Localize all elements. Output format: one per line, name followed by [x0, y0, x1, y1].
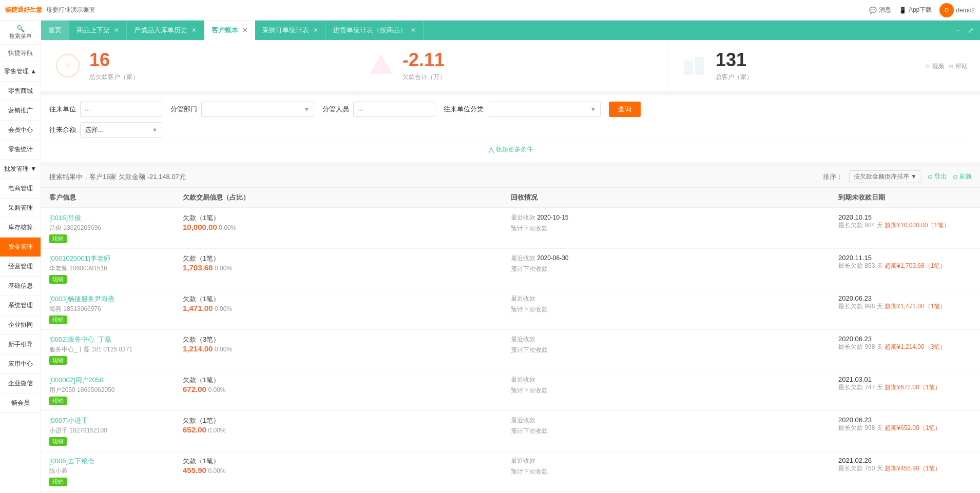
refresh-label: 刷新 — [959, 172, 972, 181]
customer-tag-1: 现销 — [49, 234, 67, 243]
tab-inventory-history-close[interactable]: ✕ — [191, 27, 197, 34]
export-button[interactable]: ⊙ 导出 — [928, 172, 947, 181]
marketing-label: 营销推广 — [8, 107, 33, 114]
dept-select[interactable]: ▼ — [201, 102, 314, 117]
sort-select[interactable]: 按欠款金额倒序排序 ▼ — [849, 170, 921, 183]
basic-info-label: 基础信息 — [8, 282, 33, 289]
filter-row-2: 往来余额 选择... ▼ — [49, 122, 972, 137]
customer-col-5: [000002]用户2050 用户2050 18665062050 现销 — [49, 376, 183, 405]
tab-purchase-order[interactable]: 采购订单统计表 ✕ — [255, 21, 326, 40]
source-unit-dots: ··· — [85, 106, 90, 113]
sidebar-item-purchase[interactable]: 采购管理 — [0, 199, 41, 218]
customer-name-5[interactable]: [000002]用户2050 — [49, 376, 183, 385]
return-col-1: 最近收款 2020-10-15 预计下次收款 — [511, 213, 839, 233]
tab-product-listing[interactable]: 商品上下架 ✕ — [69, 21, 127, 40]
sidebar-item-retail-shop[interactable]: 零售商城 — [0, 82, 41, 101]
customer-tag-5: 现销 — [49, 397, 67, 405]
sidebar-quick-nav-item[interactable]: 快捷导航 — [0, 45, 41, 62]
tab-purchase-order-close[interactable]: ✕ — [313, 27, 318, 34]
debt-col-6: 欠款（1笔） 652.00 0.00% — [183, 416, 511, 434]
tab-minimize-button[interactable]: － — [952, 25, 964, 36]
tab-purchase-stat[interactable]: 进货单统计表（按商品） ✕ — [326, 21, 424, 40]
sidebar-item-vip-member[interactable]: 畅会员 — [0, 393, 41, 413]
return-date-2: 2020-06-30 — [537, 254, 568, 262]
sidebar-item-marketing[interactable]: 营销推广 — [0, 101, 41, 121]
customer-name-3[interactable]: [0003]畅捷服务尹海燕 — [49, 294, 183, 304]
sidebar-item-retail-mgmt[interactable]: 零售管理 ▲ — [0, 62, 41, 82]
overdue-amount-6[interactable]: 超期¥652.00（1笔） — [885, 424, 941, 431]
person-dots: ··· — [358, 106, 363, 113]
app-download-button[interactable]: 📱 App下载 — [899, 6, 932, 14]
tab-product-listing-close[interactable]: ✕ — [114, 27, 119, 34]
sort-label: 排序： — [823, 172, 843, 182]
sidebar-item-inventory[interactable]: 库存核算 — [0, 218, 41, 238]
sidebar-item-finance[interactable]: 资金管理 — [0, 238, 41, 257]
sidebar-item-ecommerce[interactable]: 电商管理 — [0, 179, 41, 199]
sidebar-item-newbie[interactable]: 新手引导 — [0, 335, 41, 354]
balance-placeholder: 选择... — [85, 125, 104, 134]
customer-name-4[interactable]: [0002]服务中心_丁磊 — [49, 335, 183, 344]
video-button[interactable]: ⊙ 视频 — [925, 62, 944, 71]
refresh-icon: ⊙ — [953, 173, 958, 181]
balance-select[interactable]: 选择... ▼ — [80, 122, 162, 137]
sidebar-item-enterprise[interactable]: 企业协同 — [0, 315, 41, 335]
debt-col-1: 欠款（1笔） 10,000.00 0.00% — [183, 213, 511, 231]
export-icon: ⊙ — [928, 173, 933, 181]
sidebar-item-corp-wechat[interactable]: 企业微信 — [0, 374, 41, 393]
sidebar-item-operation[interactable]: 经营管理 — [0, 257, 41, 277]
member-label: 会员中心 — [8, 126, 33, 133]
due-date-3: 2020.06.23 — [838, 294, 972, 302]
customer-name-2[interactable]: [0001020001]李老师 — [49, 254, 183, 263]
overdue-amount-1[interactable]: 超期¥10,000.00（1笔） — [885, 222, 950, 229]
user-menu[interactable]: D demo2 — [939, 3, 975, 17]
source-unit-input[interactable]: ··· — [80, 102, 162, 117]
sidebar-item-basic-info[interactable]: 基础信息 — [0, 277, 41, 296]
help-button[interactable]: ⊙ 帮助 — [949, 62, 968, 71]
customer-name-1[interactable]: [0016]吕俊 — [49, 213, 183, 223]
collapse-row[interactable]: ⋀ 收起更多条件 — [49, 143, 972, 156]
message-button[interactable]: 💬 消息 — [869, 6, 891, 14]
filter-row-1: 往来单位 ··· 分管部门 ▼ — [49, 102, 972, 117]
overdue-amount-5[interactable]: 超期¥672.00（1笔） — [885, 384, 941, 391]
overdue-amount-4[interactable]: 超期¥1,214.00（3笔） — [885, 343, 946, 350]
filter-person-label: 分管人员 — [322, 105, 349, 114]
return-col-3: 最近收款 预计下次收款 — [511, 294, 839, 314]
finance-label: 资金管理 — [8, 243, 33, 250]
stat-icon-total-customers — [680, 51, 708, 80]
debt-col-5: 欠款（1笔） 672.00 0.00% — [183, 376, 511, 393]
page-content: ¥ 16 总欠款客户（家） ! — [41, 40, 980, 493]
tab-customer-ledger-close[interactable]: ✕ — [242, 27, 247, 34]
return-next-6: 预计下次收款 — [511, 427, 839, 436]
overdue-amount-3[interactable]: 超期¥1,471.00（1笔） — [885, 303, 946, 310]
refresh-button[interactable]: ⊙ 刷新 — [953, 172, 972, 181]
sidebar-item-apps[interactable]: 应用中心 — [0, 354, 41, 374]
overdue-amount-7[interactable]: 超期¥455.90（1笔） — [885, 465, 941, 472]
stat-card-actions: ⊙ 视频 ⊙ 帮助 — [925, 60, 968, 71]
sidebar-item-batch-mgmt[interactable]: 批发管理 ▼ — [0, 160, 41, 179]
due-date-1: 2020.10.15 — [838, 213, 972, 221]
overdue-amount-2[interactable]: 超期¥1,703.68（1笔） — [885, 262, 946, 269]
stat-icon-debt: ¥ — [53, 51, 82, 80]
search-button[interactable]: 查询 — [609, 102, 641, 117]
debt-amount-2: 1,703.68 — [183, 263, 213, 272]
tab-purchase-stat-close[interactable]: ✕ — [411, 27, 416, 34]
tab-customer-ledger[interactable]: 客户账本 ✕ — [204, 21, 255, 40]
tab-purchase-order-label: 采购订单统计表 — [262, 26, 309, 35]
sidebar-item-retail-stat[interactable]: 零售统计 — [0, 140, 41, 160]
tab-home[interactable]: 首页 — [41, 21, 69, 40]
customer-name-7[interactable]: [0006]去下粮仓 — [49, 457, 183, 466]
return-col-4: 最近收款 预计下次收款 — [511, 335, 839, 354]
customer-name-6[interactable]: [0007]小进千 — [49, 416, 183, 425]
overdue-days-5: 最长欠款 747 天 — [838, 384, 883, 391]
results-bar: 搜索结果中，客户16家 欠款金额 -21,148.07元 排序： 按欠款金额倒序… — [41, 166, 980, 188]
person-input[interactable]: ··· — [353, 102, 435, 117]
retail-shop-label: 零售商城 — [8, 87, 33, 94]
sidebar-search[interactable]: 🔍 搜索菜单 — [0, 21, 41, 45]
tab-inventory-history[interactable]: 产成品入库单历史 ✕ — [127, 21, 204, 40]
sidebar-item-member[interactable]: 会员中心 — [0, 121, 41, 140]
filter-dept: 分管部门 ▼ — [170, 102, 314, 117]
sidebar-item-system[interactable]: 系统管理 — [0, 296, 41, 315]
due-date-5: 2021.03.01 — [838, 376, 972, 383]
tab-maximize-button[interactable]: ⤢ — [966, 25, 976, 35]
unit-class-select[interactable]: ▼ — [488, 102, 601, 117]
